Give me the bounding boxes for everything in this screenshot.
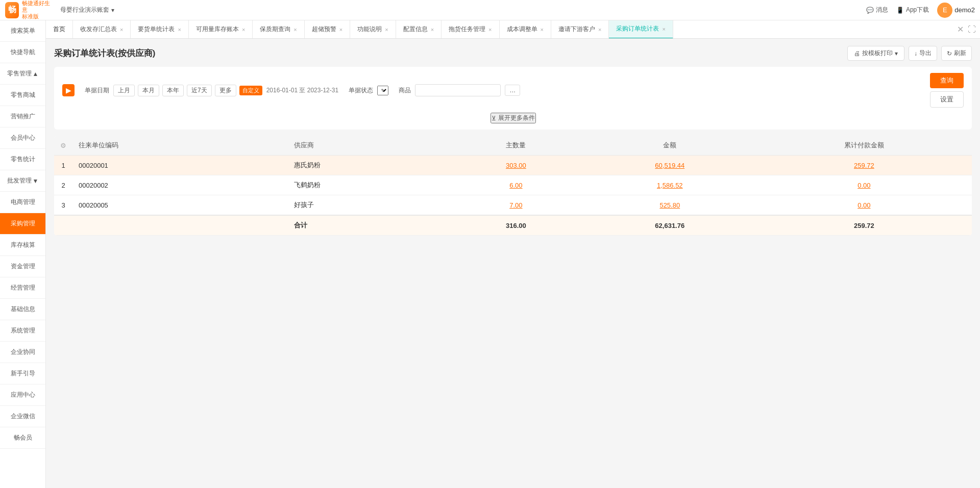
sidebar-item-vip[interactable]: 畅会员 [0, 427, 45, 449]
th-code: 往来单位编码 [72, 136, 288, 156]
tab-close-tuohuo[interactable]: × [488, 27, 492, 33]
tab-yaohuodan[interactable]: 要货单统计表 × [131, 20, 188, 39]
filter-expand-row: ⊻ 展开更多条件 [62, 113, 964, 123]
th-paid: 累计付款金额 [756, 136, 972, 156]
filter-toggle-button[interactable]: ▶ [62, 84, 75, 96]
filter-status-label: 单据状态 [349, 86, 373, 95]
filter-status-select[interactable] [377, 86, 388, 95]
sidebar-item-ecommerce[interactable]: 电商管理 [0, 192, 45, 213]
table-row[interactable]: 1 00020001 惠氏奶粉 303.00 60,519.44 259.72 [54, 156, 972, 175]
sidebar-item-purchase[interactable]: 采购管理 [0, 213, 45, 235]
sidebar-item-wechat[interactable]: 企业微信 [0, 406, 45, 427]
row-paid[interactable]: 0.00 [756, 195, 972, 216]
filter-status-group: 单据状态 [349, 86, 388, 95]
filter-btn-this-month[interactable]: 本月 [138, 85, 159, 96]
sidebar-item-nav[interactable]: 快捷导航 [0, 42, 45, 63]
tab-maximize-icon[interactable]: ⛶ [968, 25, 976, 34]
sidebar-item-retail[interactable]: 零售管理 ▲ [0, 63, 45, 85]
sidebar-item-newguide[interactable]: 新手引导 [0, 363, 45, 384]
filter-status-select-wrapper [377, 86, 388, 95]
logo-icon: 畅 [5, 2, 19, 18]
sidebar-item-finance[interactable]: 资金管理 [0, 256, 45, 277]
logo-area: 畅 畅捷通好生意 标准版 [5, 0, 51, 20]
print-dropdown-icon: ▾ [895, 50, 898, 57]
row-paid[interactable]: 259.72 [756, 156, 972, 175]
message-button[interactable]: 💬 消息 [866, 6, 888, 14]
tab-close-yaohuodan[interactable]: × [178, 27, 181, 33]
sidebar-item-basic[interactable]: 基础信息 [0, 299, 45, 320]
tab-close-yaoqing[interactable]: × [598, 27, 601, 33]
print-button[interactable]: 🖨 按模板打印 ▾ [847, 46, 904, 61]
tab-close-baozhi[interactable]: × [293, 27, 297, 33]
export-button[interactable]: ↓ 导出 [909, 46, 937, 61]
tab-close-chaochuyujing[interactable]: × [339, 27, 342, 33]
tab-home[interactable]: 首页 [46, 20, 73, 39]
filter-date-buttons: 上月 本月 本年 近7天 更多 自定义 [113, 85, 262, 96]
sidebar-item-enterprise[interactable]: 企业协同 [0, 342, 45, 363]
row-supplier: 惠氏奶粉 [288, 156, 449, 175]
tab-chaochuyujing[interactable]: 超储预警 × [305, 20, 350, 39]
row-amount[interactable]: 1,586.52 [583, 175, 756, 195]
row-paid[interactable]: 0.00 [756, 175, 972, 195]
expand-more-button[interactable]: ⊻ 展开更多条件 [491, 113, 536, 123]
tab-close-chengben[interactable]: × [541, 27, 544, 33]
th-amount: 金额 [583, 136, 756, 156]
settings-button[interactable]: 设置 [930, 91, 964, 108]
table-row[interactable]: 3 00020005 好孩子 7.00 525.80 0.00 [54, 195, 972, 216]
tab-close-peizhi[interactable]: × [431, 27, 434, 33]
workspace-selector[interactable]: 母婴行业演示账套 ▾ [56, 4, 118, 16]
filter-goods-label: 商品 [399, 86, 411, 95]
sidebar-item-retail-stat[interactable]: 零售统计 [0, 149, 45, 170]
page-header: 采购订单统计表(按供应商) 🖨 按模板打印 ▾ ↓ 导出 ↻ [54, 46, 972, 61]
row-amount[interactable]: 525.80 [583, 195, 756, 216]
table-row[interactable]: 2 00020002 飞鹤奶粉 6.00 1,586.52 0.00 [54, 175, 972, 195]
user-name: demo2 [954, 6, 975, 14]
refresh-button[interactable]: ↻ 刷新 [941, 46, 972, 61]
app-download-button[interactable]: 📱 App下载 [896, 6, 929, 14]
sidebar-item-wholesale[interactable]: 批发管理 ▼ [0, 170, 45, 192]
query-button[interactable]: 查询 [930, 73, 964, 88]
tab-close-keyongliang[interactable]: × [242, 27, 245, 33]
sidebar-item-appcenter[interactable]: 应用中心 [0, 384, 45, 406]
tab-close-all-icon[interactable]: ✕ [957, 24, 964, 34]
gear-icon[interactable]: ⚙ [60, 142, 66, 149]
filter-btn-more[interactable]: 更多 [215, 85, 236, 96]
row-qty[interactable]: 303.00 [449, 156, 583, 175]
table-header-row: ⚙ 往来单位编码 供应商 主数量 金额 累计付款金额 [54, 136, 972, 156]
row-amount[interactable]: 60,519.44 [583, 156, 756, 175]
tab-tuohuo[interactable]: 拖货任务管理 × [442, 20, 499, 39]
table-body: 1 00020001 惠氏奶粉 303.00 60,519.44 259.72 … [54, 156, 972, 216]
filter-btn-7days[interactable]: 近7天 [187, 85, 212, 96]
sidebar-item-operation[interactable]: 经营管理 [0, 277, 45, 299]
tab-shoufashui[interactable]: 收发存汇总表 × [73, 20, 131, 39]
sidebar-item-marketing[interactable]: 营销推广 [0, 106, 45, 127]
main-layout: 搜索英单 快捷导航 零售管理 ▲ 零售商城 营销推广 会员中心 零售统计 批发管… [0, 20, 980, 488]
workspace-dropdown-icon: ▾ [111, 7, 114, 14]
wholesale-arrow-icon: ▼ [33, 177, 39, 185]
tab-close-gongneng[interactable]: × [385, 27, 388, 33]
sidebar-item-member[interactable]: 会员中心 [0, 127, 45, 149]
sidebar-item-inventory[interactable]: 库存核算 [0, 235, 45, 256]
filter-goods-more[interactable]: … [505, 85, 520, 96]
sidebar-item-shop[interactable]: 零售商城 [0, 85, 45, 106]
tab-close-caigou[interactable]: × [662, 26, 665, 32]
sidebar-item-search[interactable]: 搜索英单 [0, 20, 45, 42]
filter-btn-last-month[interactable]: 上月 [113, 85, 135, 96]
filter-goods-input[interactable] [415, 84, 501, 96]
filter-btn-this-year[interactable]: 本年 [162, 85, 184, 96]
footer-qty: 316.00 [449, 215, 583, 236]
tab-caigou[interactable]: 采购订单统计表 × [609, 20, 673, 39]
tab-yaoqing[interactable]: 邀请下游客户 × [551, 20, 609, 39]
retail-arrow-icon: ▲ [33, 70, 39, 78]
tab-chengben[interactable]: 成本调整单 × [500, 20, 551, 39]
sidebar-item-system[interactable]: 系统管理 [0, 320, 45, 342]
tab-peizhi[interactable]: 配置信息 × [396, 20, 442, 39]
tab-close-shoufashui[interactable]: × [120, 27, 123, 33]
tab-baozhi[interactable]: 保质期查询 × [253, 20, 304, 39]
footer-paid: 259.72 [756, 215, 972, 236]
tab-keyongliang[interactable]: 可用量库存账本 × [189, 20, 253, 39]
row-qty[interactable]: 6.00 [449, 175, 583, 195]
row-qty[interactable]: 7.00 [449, 195, 583, 216]
user-area[interactable]: E demo2 [937, 3, 975, 18]
tab-gongneng[interactable]: 功能说明 × [350, 20, 396, 39]
